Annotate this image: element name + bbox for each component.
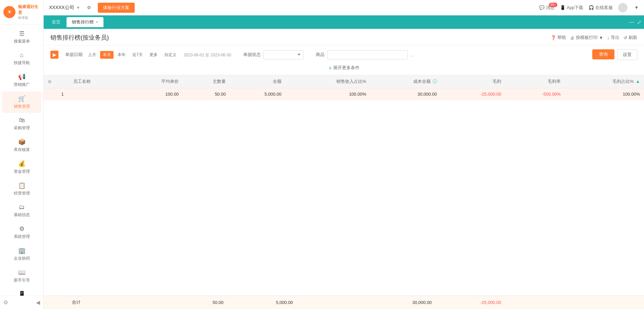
sidebar-item-label: 采购管理 (14, 125, 30, 131)
col-cost: 成本全额 ⓘ (370, 75, 441, 88)
guide-icon: 📖 (18, 269, 26, 276)
app-logo: ☀ 畅康通好生意 标准版 (0, 0, 43, 24)
footer-cost: 30,000.00 (366, 296, 436, 309)
refresh-button[interactable]: ↺ 刷新 (624, 35, 637, 41)
table-footer: 合计 50.00 5,000.00 30,000.00 -25,000.00 (44, 296, 644, 309)
sidebar-item-label: 快捷导航 (14, 60, 30, 66)
col-sales-pct: 销售收入占比% (286, 75, 370, 88)
status-label: 单据状态 (243, 52, 261, 58)
app-download-button[interactable]: 📱 App下载 (560, 5, 583, 11)
date-tab-this-year[interactable]: 本年 (115, 51, 128, 59)
date-tab-more[interactable]: 更多 (147, 51, 160, 59)
help-icon: ❓ (551, 35, 556, 40)
tab-sales-ranking[interactable]: 销售排行榜 × (67, 17, 103, 27)
export-label: 导出 (611, 35, 619, 41)
profit-pct-sort-icon[interactable]: ▲ (636, 79, 640, 84)
expand-more-conditions-button[interactable]: ∨ 展开更多条件 (329, 65, 359, 71)
sidebar: ☀ 畅康通好生意 标准版 ☰ 搜索菜单 ⌂ 快捷导航 📢 营销推广 🛒 销售管理… (0, 0, 44, 309)
user-dropdown-icon: ▼ (634, 5, 639, 10)
user-name[interactable]: ▼ (633, 5, 639, 10)
col-rank (56, 75, 69, 88)
company-selector[interactable]: XXXXX公司 ▼ (49, 5, 80, 11)
date-tab-this-month[interactable]: 本月 (100, 51, 114, 59)
page-actions: ❓ 帮助 🖨 按模板打印 ▼ ↓ 导出 ↺ 刷新 (551, 35, 637, 41)
sidebar-item-finance[interactable]: 💰 资金管理 (2, 157, 41, 178)
sidebar-item-inventory[interactable]: 📦 库存核算 (2, 135, 41, 156)
finance-icon: 💰 (18, 160, 26, 167)
sidebar-item-purchase[interactable]: 🛍 采购管理 (2, 113, 41, 134)
tab-label: 销售排行榜 (72, 19, 94, 25)
sidebar-item-quick-nav[interactable]: ⌂ 快捷导航 (2, 48, 41, 69)
tab-close-icon[interactable]: × (96, 20, 98, 24)
date-tab-7days[interactable]: 近7天 (130, 51, 145, 59)
sidebar-item-label: 新手引导 (14, 277, 30, 283)
collapse-sidebar-icon[interactable]: ◀ (36, 299, 40, 306)
col-settings[interactable]: ⚙ (44, 75, 56, 88)
footer-qty: 50.00 (172, 296, 227, 309)
page-title: 销售排行榜(按业务员) (50, 34, 109, 42)
sidebar-item-label: 营销推广 (14, 82, 30, 88)
maximize-icon[interactable]: ⤢ (637, 19, 641, 25)
help-button[interactable]: ❓ 帮助 (551, 35, 566, 41)
sales-icon: 🛒 (18, 95, 26, 102)
status-select[interactable] (263, 50, 304, 59)
date-tabs: 上月 本月 本年 近7天 更多 自定义 (85, 51, 179, 59)
sidebar-item-search-order[interactable]: ☰ 搜索菜单 (2, 27, 41, 48)
main-area: XXXXX公司 ▼ ⚙ 体验行业方案 💬 消息 99+ 📱 App下载 🎧 在线… (44, 0, 644, 309)
sidebar-nav: ☰ 搜索菜单 ⌂ 快捷导航 📢 营销推广 🛒 销售管理 🛍 采购管理 📦 库存核… (0, 24, 43, 296)
system-icon: ⚙ (19, 225, 25, 233)
sidebar-item-basic-info[interactable]: 🗂 基础信息 (2, 200, 41, 221)
logo-icon: ☀ (3, 6, 15, 18)
sidebar-item-operation[interactable]: 📋 经营管理 (2, 178, 41, 200)
col-avg-price: 平均单价 (126, 75, 183, 88)
date-tab-custom[interactable]: 自定义 (162, 51, 179, 59)
sidebar-item-sales[interactable]: 🛒 销售管理 (2, 92, 41, 113)
help-label: 帮助 (557, 35, 566, 41)
search-order-icon: ☰ (19, 30, 25, 37)
print-label: 按模板打印 (576, 35, 598, 41)
date-range-display: 2023-06-01 至 2023-06-30 (184, 53, 231, 57)
sidebar-item-guide[interactable]: 📖 新手引导 (2, 265, 41, 287)
sidebar-item-label: 资金管理 (14, 169, 30, 174)
filter-settings-button[interactable]: 设置 (617, 49, 637, 60)
sidebar-item-enterprise[interactable]: 🏢 企业协同 (2, 244, 41, 265)
sidebar-item-app-center[interactable]: 📱 应用中心 (2, 287, 41, 296)
date-filter: 单据日期 上月 本月 本年 近7天 更多 自定义 2023-06-01 至 20… (65, 51, 231, 59)
footer-empty-2 (54, 296, 68, 309)
footer-profit: -25,000.00 (436, 296, 505, 309)
enterprise-icon: 🏢 (18, 247, 26, 254)
filter-collapse-button[interactable]: ▶ (50, 51, 58, 59)
goods-input[interactable] (327, 50, 408, 59)
logo-title: 畅康通好生意 (18, 4, 40, 15)
sidebar-item-marketing[interactable]: 📢 营销推广 (2, 70, 41, 91)
query-button[interactable]: 查询 (592, 49, 614, 59)
user-avatar[interactable] (618, 3, 628, 12)
minimize-icon[interactable]: — (629, 19, 634, 25)
app-center-icon: 📱 (18, 291, 26, 296)
sidebar-item-label: 经营管理 (14, 191, 30, 196)
date-tab-last-month[interactable]: 上月 (85, 51, 99, 59)
sidebar-item-system[interactable]: ⚙ 系统管理 (2, 222, 41, 243)
chevron-down-icon: ▼ (76, 5, 80, 10)
sidebar-item-label: 销售管理 (14, 104, 30, 109)
message-button[interactable]: 💬 消息 99+ (539, 5, 555, 11)
basic-info-icon: 🗂 (19, 204, 25, 211)
sidebar-bottom: ⚙ ◀ (0, 296, 43, 309)
header-settings-button[interactable]: ⚙ (84, 3, 94, 12)
more-filters-link[interactable]: ... (411, 52, 414, 57)
tab-home[interactable]: 首页 (46, 17, 66, 27)
online-service-button[interactable]: 🎧 在线客服 (589, 5, 613, 11)
row-qty-cell: 50.00 (183, 88, 230, 100)
print-button[interactable]: 🖨 按模板打印 ▼ (570, 35, 603, 41)
try-industry-button[interactable]: 体验行业方案 (98, 3, 135, 13)
settings-bottom-icon[interactable]: ⚙ (3, 299, 8, 306)
content-area: 销售排行榜(按业务员) ❓ 帮助 🖨 按模板打印 ▼ ↓ 导出 (44, 29, 644, 309)
export-button[interactable]: ↓ 导出 (607, 35, 620, 41)
refresh-icon: ↺ (624, 35, 627, 40)
footer-table: 合计 50.00 5,000.00 30,000.00 -25,000.00 (44, 296, 644, 309)
print-dropdown-icon: ▼ (599, 35, 603, 40)
col-profit-rate: 毛利率 (505, 75, 565, 88)
row-rank-cell: 1 (56, 88, 69, 100)
row-profit-cell: -25,000.00 (441, 88, 506, 100)
cost-info-icon[interactable]: ⓘ (433, 79, 437, 84)
